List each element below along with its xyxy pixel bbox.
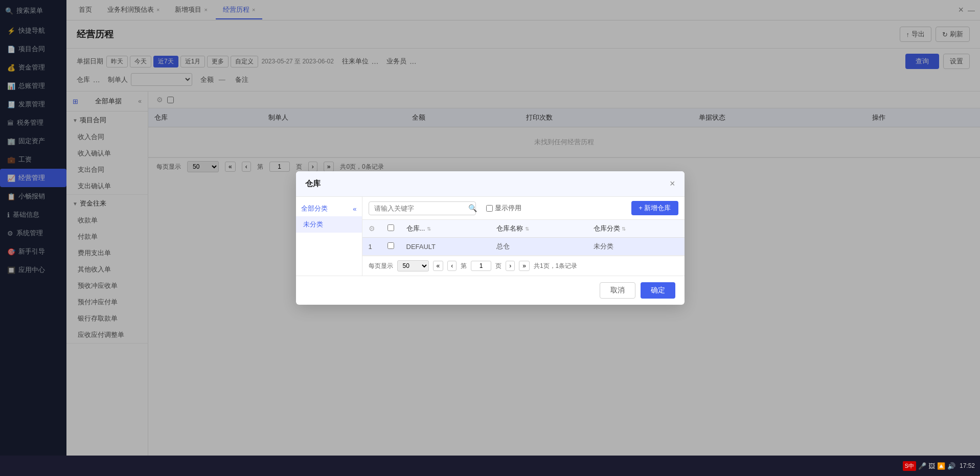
modal-search-wrapper: 🔍 bbox=[369, 201, 481, 215]
modal-title: 仓库 bbox=[305, 179, 321, 189]
taskbar-time: 17:52 bbox=[960, 462, 975, 469]
sort-code-icon[interactable]: ⇅ bbox=[427, 226, 431, 232]
modal-sidebar-all-label[interactable]: 全部分类 « bbox=[296, 201, 362, 216]
modal-confirm-button[interactable]: 确定 bbox=[641, 282, 675, 299]
modal-row-code: DEFAULT bbox=[400, 238, 491, 256]
modal-col-settings: ⚙ bbox=[362, 220, 381, 238]
modal-table: ⚙ 仓库... ⇅ 仓库名称 bbox=[362, 220, 685, 256]
sort-category-icon[interactable]: ⇅ bbox=[622, 226, 626, 232]
modal-col-code: 仓库... ⇅ bbox=[400, 220, 491, 238]
modal-page-size-label: 每页显示 bbox=[369, 262, 393, 270]
modal-overlay: 仓库 × 全部分类 « 未分类 🔍 bbox=[0, 0, 980, 476]
modal-last-page-btn[interactable]: » bbox=[519, 261, 530, 271]
modal-select-all-checkbox[interactable] bbox=[388, 224, 394, 231]
modal-page-num-label: 第 bbox=[461, 262, 467, 270]
taskbar-mic-icon[interactable]: 🎤 bbox=[918, 462, 926, 470]
modal-sidebar-collapse-icon[interactable]: « bbox=[353, 205, 356, 213]
modal-col-checkbox bbox=[381, 220, 400, 238]
sort-name-icon[interactable]: ⇅ bbox=[525, 226, 529, 232]
modal-total-text: 共1页，1条记录 bbox=[534, 262, 577, 270]
taskbar-img-icon[interactable]: 🖼 bbox=[928, 462, 935, 470]
modal-cancel-button[interactable]: 取消 bbox=[600, 282, 635, 299]
modal-toolbar: 🔍 显示停用 + 新增仓库 bbox=[362, 197, 685, 220]
modal-page-suffix: 页 bbox=[495, 262, 502, 270]
modal-footer: 取消 确定 bbox=[296, 276, 685, 305]
modal-header: 仓库 × bbox=[296, 171, 685, 197]
modal-sidebar-item-uncategorized[interactable]: 未分类 bbox=[296, 216, 362, 233]
modal-col-name: 仓库名称 ⇅ bbox=[490, 220, 587, 238]
show-disabled-text: 显示停用 bbox=[495, 203, 521, 213]
add-warehouse-button[interactable]: + 新增仓库 bbox=[631, 201, 678, 215]
modal-table-wrap: ⚙ 仓库... ⇅ 仓库名称 bbox=[362, 220, 685, 256]
modal-next-page-btn[interactable]: › bbox=[506, 261, 515, 271]
modal-show-disabled-label[interactable]: 显示停用 bbox=[486, 203, 521, 213]
taskbar: S中 🎤 🖼 🔼 🔊 17:52 bbox=[0, 456, 980, 476]
modal-first-page-btn[interactable]: « bbox=[433, 261, 444, 271]
warehouse-modal: 仓库 × 全部分类 « 未分类 🔍 bbox=[296, 171, 685, 305]
taskbar-arrow-icon[interactable]: 🔼 bbox=[937, 462, 945, 470]
taskbar-volume-icon[interactable]: 🔊 bbox=[947, 462, 955, 470]
modal-col-category: 仓库分类 ⇅ bbox=[587, 220, 685, 238]
modal-pagination: 每页显示 50 « ‹ 第 页 › » 共1页，1条记录 bbox=[362, 256, 685, 276]
modal-search-input[interactable] bbox=[369, 201, 476, 215]
modal-gear-icon[interactable]: ⚙ bbox=[369, 224, 375, 233]
modal-table-row[interactable]: 1 DEFAULT 总仓 未分类 bbox=[362, 238, 685, 256]
modal-page-size-select[interactable]: 50 bbox=[397, 260, 429, 271]
modal-row-checkbox[interactable] bbox=[381, 238, 400, 256]
modal-body: 全部分类 « 未分类 🔍 显示停用 + 新增仓库 bbox=[296, 197, 685, 276]
modal-table-header-row: ⚙ 仓库... ⇅ 仓库名称 bbox=[362, 220, 685, 238]
modal-row-name: 总仓 bbox=[490, 238, 587, 256]
modal-sidebar-all-text: 全部分类 bbox=[301, 204, 328, 213]
modal-row-category: 未分类 bbox=[587, 238, 685, 256]
modal-row-id: 1 bbox=[362, 238, 381, 256]
modal-sidebar: 全部分类 « 未分类 bbox=[296, 197, 362, 276]
taskbar-s-icon: S中 bbox=[903, 461, 916, 471]
taskbar-right: S中 🎤 🖼 🔼 🔊 17:52 bbox=[903, 461, 975, 471]
modal-prev-page-btn[interactable]: ‹ bbox=[447, 261, 457, 271]
modal-page-num-input[interactable] bbox=[471, 261, 491, 271]
modal-main: 🔍 显示停用 + 新增仓库 ⚙ bbox=[362, 197, 685, 276]
modal-close-button[interactable]: × bbox=[670, 178, 675, 189]
show-disabled-checkbox[interactable] bbox=[486, 205, 493, 212]
